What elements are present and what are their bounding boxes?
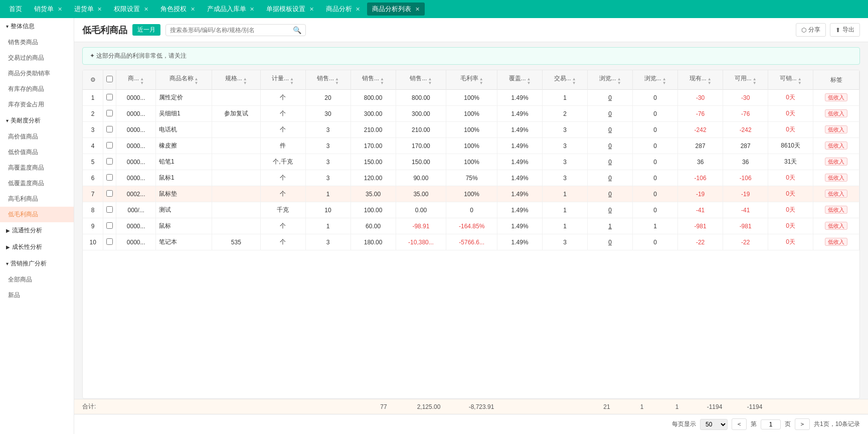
row-view-count[interactable]: 0	[588, 170, 633, 186]
nav-permissions[interactable]: 权限设置 ✕	[109, 3, 153, 16]
close-icon[interactable]: ✕	[97, 6, 102, 12]
row-select-checkbox[interactable]	[106, 190, 113, 197]
col-checkbox[interactable]	[103, 70, 116, 90]
row-checkbox[interactable]	[103, 202, 116, 218]
view-count-link[interactable]: 0	[608, 110, 612, 117]
col-sales-profit[interactable]: 销售...▲▼	[396, 70, 446, 90]
sidebar-item-low-value[interactable]: 低价值商品	[0, 144, 74, 160]
row-select-checkbox[interactable]	[106, 110, 113, 116]
view-count-link[interactable]: 0	[608, 207, 612, 214]
next-page-button[interactable]: ＞	[795, 418, 810, 430]
row-checkbox[interactable]	[103, 234, 116, 250]
nav-roles[interactable]: 角色授权 ✕	[155, 3, 200, 16]
sidebar-item-capital[interactable]: 库存资金占用	[0, 97, 74, 112]
row-view-count[interactable]: 1	[588, 218, 633, 234]
row-name[interactable]: 鼠标	[155, 218, 212, 234]
col-unit[interactable]: 计量...▲▼	[260, 70, 305, 90]
row-view-count[interactable]: 0	[588, 154, 633, 170]
row-checkbox[interactable]	[103, 154, 116, 170]
view-count-link[interactable]: 0	[608, 142, 612, 150]
row-select-checkbox[interactable]	[106, 206, 113, 213]
nav-goods-analysis[interactable]: 商品分析 ✕	[321, 3, 366, 16]
row-view-count[interactable]: 0	[588, 138, 633, 154]
row-checkbox[interactable]	[103, 186, 116, 202]
sidebar-group-overall[interactable]: ▾ 整体信息	[0, 18, 74, 35]
sidebar-item-new-goods[interactable]: 新品	[0, 287, 74, 303]
row-select-checkbox[interactable]	[106, 158, 113, 165]
row-select-checkbox[interactable]	[106, 238, 113, 245]
view-count-link[interactable]: 0	[608, 191, 612, 198]
sidebar-group-growth[interactable]: ▶ 成长性分析	[0, 239, 74, 255]
col-view-count2[interactable]: 浏览...▲▼	[633, 70, 678, 90]
row-name[interactable]: 笔记本	[155, 234, 212, 250]
view-count-link[interactable]: 0	[608, 175, 612, 182]
nav-sales[interactable]: 销货单 ✕	[29, 3, 67, 16]
row-view-count[interactable]: 0	[588, 90, 633, 106]
col-avail-stock[interactable]: 可用...▲▼	[723, 70, 768, 90]
export-button[interactable]: ⬆ 导出	[830, 23, 860, 37]
view-count-link[interactable]: 1	[608, 223, 612, 230]
row-name[interactable]: 属性定价	[155, 90, 212, 106]
row-select-checkbox[interactable]	[106, 174, 113, 181]
col-sales-amount[interactable]: 销售...▲▼	[351, 70, 396, 90]
nav-product-entry[interactable]: 产成品入库单 ✕	[202, 3, 260, 16]
row-checkbox[interactable]	[103, 106, 116, 122]
prev-page-button[interactable]: ＜	[732, 418, 747, 430]
row-checkbox[interactable]	[103, 138, 116, 154]
close-icon[interactable]: ✕	[191, 6, 195, 12]
nav-home[interactable]: 首页	[4, 3, 27, 16]
row-select-checkbox[interactable]	[106, 126, 113, 132]
col-spec[interactable]: 规格...▲▼	[212, 70, 260, 90]
row-view-count[interactable]: 0	[588, 106, 633, 122]
sidebar-item-all-goods[interactable]: 全部商品	[0, 272, 74, 287]
col-current-stock[interactable]: 现有...▲▼	[678, 70, 723, 90]
row-select-checkbox[interactable]	[106, 142, 113, 149]
row-name[interactable]: 电话机	[155, 122, 212, 138]
nav-goods-analysis-list[interactable]: 商品分析列表 ✕	[367, 3, 425, 16]
view-count-link[interactable]: 0	[608, 159, 612, 166]
col-sales-qty[interactable]: 销售...▲▼	[305, 70, 351, 90]
row-checkbox[interactable]	[103, 218, 116, 234]
sidebar-item-low-margin[interactable]: 低毛利商品	[0, 207, 74, 222]
col-name[interactable]: 商品名称▲▼	[155, 70, 212, 90]
close-icon[interactable]: ✕	[356, 6, 360, 12]
share-button[interactable]: ⬡ 分享	[796, 23, 826, 37]
close-icon[interactable]: ✕	[58, 6, 62, 12]
search-icon[interactable]: 🔍	[293, 26, 301, 34]
sidebar-item-high-coverage[interactable]: 高覆盖度商品	[0, 160, 74, 176]
sidebar-item-category-assist[interactable]: 商品分类助销率	[0, 66, 74, 81]
row-view-count[interactable]: 0	[588, 186, 633, 202]
row-checkbox[interactable]	[103, 170, 116, 186]
view-count-link[interactable]: 0	[608, 94, 612, 101]
sidebar-item-low-coverage[interactable]: 低覆盖度商品	[0, 176, 74, 191]
row-select-checkbox[interactable]	[106, 222, 113, 229]
row-checkbox[interactable]	[103, 122, 116, 138]
row-name[interactable]: 鼠标1	[155, 170, 212, 186]
row-name[interactable]: 测试	[155, 202, 212, 218]
col-trade-count[interactable]: 交易...▲▼	[543, 70, 588, 90]
sidebar-item-high-margin[interactable]: 高毛利商品	[0, 191, 74, 207]
row-view-count[interactable]: 0	[588, 122, 633, 138]
nav-template[interactable]: 单据模板设置 ✕	[261, 3, 319, 16]
col-settings[interactable]: ⚙	[83, 70, 103, 90]
close-icon[interactable]: ✕	[415, 6, 420, 12]
row-view-count[interactable]: 0	[588, 202, 633, 218]
col-gross-margin[interactable]: 毛利率▲▼	[446, 70, 497, 90]
row-name[interactable]: 吴细细1	[155, 106, 212, 122]
sidebar-item-traded-goods[interactable]: 交易过的商品	[0, 50, 74, 66]
col-view-count[interactable]: 浏览...▲▼	[588, 70, 633, 90]
sidebar-group-analysis[interactable]: ▾ 美耐度分析	[0, 112, 74, 129]
row-select-checkbox[interactable]	[106, 94, 113, 100]
col-saleable-days[interactable]: 可销...▲▼	[768, 70, 813, 90]
sidebar-group-flow[interactable]: ▶ 流通性分析	[0, 222, 74, 239]
view-count-link[interactable]: 0	[608, 239, 612, 246]
view-count-link[interactable]: 0	[608, 126, 612, 133]
close-icon[interactable]: ✕	[309, 6, 314, 12]
row-view-count[interactable]: 0	[588, 234, 633, 250]
close-icon[interactable]: ✕	[250, 6, 254, 12]
select-all-checkbox[interactable]	[106, 76, 113, 82]
sidebar-item-high-value[interactable]: 高价值商品	[0, 129, 74, 144]
page-size-select[interactable]: 50 100 200	[700, 419, 728, 430]
search-input[interactable]	[170, 27, 293, 34]
col-code[interactable]: 商...▲▼	[116, 70, 156, 90]
